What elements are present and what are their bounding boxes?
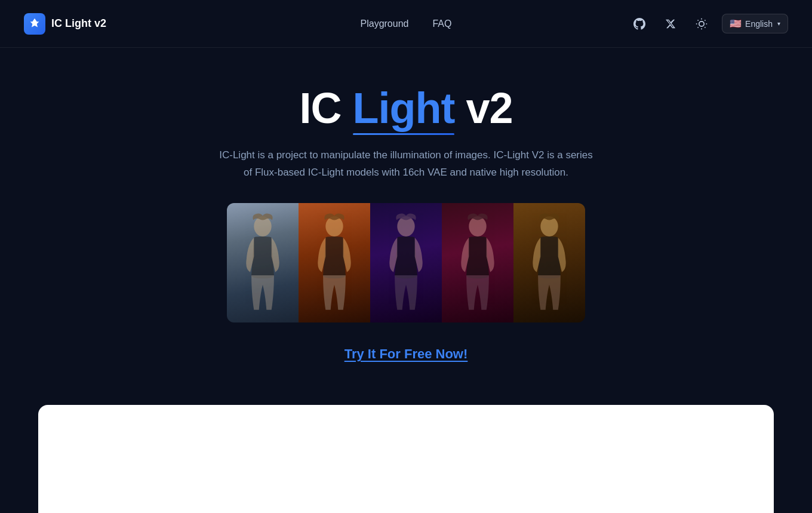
title-prefix: IC — [299, 84, 352, 132]
demo-image-3 — [370, 203, 442, 322]
language-label: English — [745, 19, 773, 29]
demo-image-2 — [299, 203, 370, 322]
navbar-right: 🇺🇸 English ▾ — [629, 13, 788, 35]
person-silhouette-1 — [238, 209, 288, 317]
svg-line-3 — [698, 20, 699, 20]
svg-point-0 — [699, 21, 704, 26]
hero-title: IC Light v2 — [299, 84, 512, 133]
person-silhouette-5 — [524, 209, 574, 317]
navbar: IC Light v2 Playground FAQ — [0, 0, 812, 48]
title-suffix: v2 — [454, 84, 512, 132]
logo-area: IC Light v2 — [24, 13, 106, 35]
twitter-button[interactable] — [660, 13, 681, 35]
language-flag: 🇺🇸 — [730, 18, 742, 29]
cta-button[interactable]: Try It For Free Now! — [345, 346, 468, 362]
cta-section: Try It For Free Now! — [345, 346, 468, 362]
person-silhouette-3 — [381, 209, 431, 317]
svg-line-8 — [705, 20, 705, 20]
github-button[interactable] — [629, 13, 650, 35]
app-title: IC Light v2 — [51, 17, 106, 30]
nav-playground[interactable]: Playground — [361, 19, 409, 29]
logo-icon — [24, 13, 45, 35]
title-highlight: Light — [353, 84, 455, 133]
playground-container — [38, 405, 774, 513]
nav-faq[interactable]: FAQ — [432, 19, 451, 29]
hero-description: IC-Light is a project to manipulate the … — [215, 147, 597, 182]
demo-image-5 — [513, 203, 585, 322]
image-strip — [227, 203, 585, 322]
demo-image-4 — [442, 203, 513, 322]
person-silhouette-4 — [453, 209, 503, 317]
svg-line-4 — [705, 27, 705, 27]
theme-toggle-button[interactable] — [691, 13, 712, 35]
demo-image-1 — [227, 203, 299, 322]
chevron-down-icon: ▾ — [777, 20, 780, 27]
person-silhouette-2 — [309, 209, 359, 317]
language-selector[interactable]: 🇺🇸 English ▾ — [722, 14, 788, 33]
nav-links: Playground FAQ — [361, 19, 452, 29]
hero-section: IC Light v2 IC-Light is a project to man… — [0, 48, 812, 405]
svg-line-7 — [698, 27, 699, 27]
